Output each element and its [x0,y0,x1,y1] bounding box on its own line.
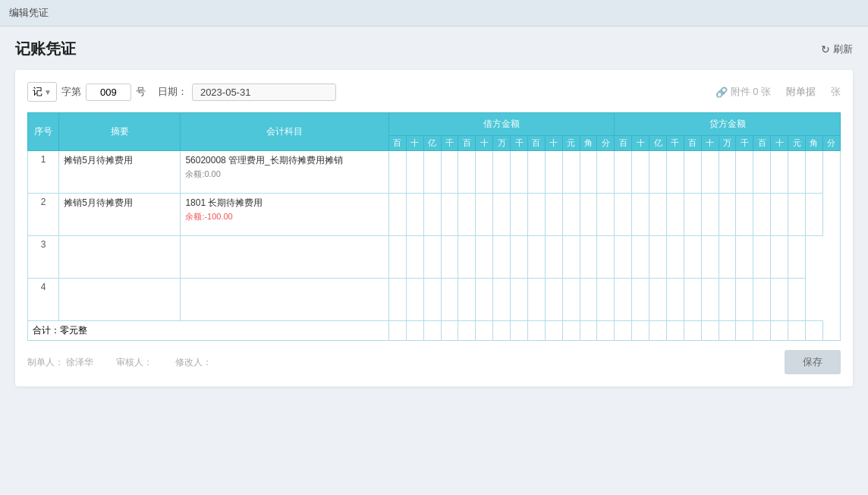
window-title: 编辑凭证 [9,7,49,18]
total-row: 合计：零元整 [28,321,841,341]
table-row: 3 [28,236,841,279]
fj-button[interactable]: 附单据 [786,85,816,99]
th-c-yi: 亿 [649,136,667,151]
th-d-shi1: 十 [476,136,493,151]
form-row: 记 ▼ 字第 号 日期： 🔗 附件 0 张 [27,82,841,102]
th-d-wan: 万 [493,136,511,151]
th-credit: 贷方金额 [615,113,841,136]
th-c-jiao: 角 [805,136,822,151]
row4-summary[interactable] [59,279,181,321]
refresh-button[interactable]: ↻ 刷新 [821,43,853,56]
th-c-bai: 百 [615,136,632,151]
th-d-jiao: 角 [580,136,597,151]
table-row: 1 摊销5月待摊费用 56020008 管理费用_长期待摊费用摊销 余额:0.0… [28,151,841,194]
save-button[interactable]: 保存 [785,350,841,374]
zi-label: 字第 [61,85,81,99]
th-seq: 序号 [28,113,59,151]
th-c-qian2: 千 [736,136,753,151]
row1-seq: 1 [28,151,59,194]
row4-account[interactable] [181,279,389,321]
voucher-table: 序号 摘要 会计科目 借方金额 贷方金额 [27,112,841,341]
row1-summary[interactable]: 摊销5月待摊费用 [59,151,181,194]
th-d-fen: 分 [597,136,615,151]
fj-label: 附单据 [786,86,816,97]
th-d-bai2: 百 [527,136,545,151]
page-title: 记账凭证 [15,39,76,59]
app-window: 编辑凭证 记账凭证 ↻ 刷新 记 ▼ 字第 号 [0,0,868,495]
page-header: 记账凭证 ↻ 刷新 [15,39,853,59]
row3-seq: 3 [28,236,59,279]
refresh-icon: ↻ [821,43,830,55]
th-d-shi2: 十 [545,136,562,151]
modifier-label: 修改人： [175,357,212,367]
th-summary: 摘要 [59,113,181,151]
th-c-shi1: 十 [701,136,719,151]
date-input[interactable] [192,84,336,101]
row3-account[interactable] [181,236,389,279]
zi-input[interactable] [86,84,131,101]
row4-seq: 4 [28,279,59,321]
row1-account[interactable]: 56020008 管理费用_长期待摊费用摊销 余额:0.00 [181,151,389,194]
footer-row: 制单人： 徐泽华 审核人： 修改人： 保存 [27,350,841,374]
table-row: 4 [28,279,841,321]
right-controls: 🔗 附件 0 张 附单据 张 [715,85,841,99]
row2-summary[interactable]: 摊销5月待摊费用 [59,194,181,236]
date-group: 日期： [158,84,336,101]
zhang-label: 张 [831,85,841,99]
row3-summary[interactable] [59,236,181,279]
th-debit: 借方金额 [388,113,614,136]
hao-label: 号 [136,85,146,99]
refresh-label: 刷新 [833,43,853,56]
th-d-bai1: 百 [458,136,476,151]
paperclip-icon: 🔗 [715,87,728,98]
date-label: 日期： [158,85,187,99]
th-d-bai: 百 [388,136,406,151]
main-area: 记账凭证 ↻ 刷新 记 ▼ 字第 号 日期： [0,27,868,495]
th-d-shi: 十 [406,136,423,151]
row2-account[interactable]: 1801 长期待摊费用 余额:-100.00 [181,194,389,236]
ji-value: 记 [33,85,42,99]
table-header-row-1: 序号 摘要 会计科目 借方金额 贷方金额 [28,113,841,136]
th-d-qian1: 千 [441,136,458,151]
attachment-label: 附件 0 张 [731,85,771,99]
creator-label: 制单人： [27,357,64,367]
th-d-yuan: 元 [562,136,580,151]
total-label: 合计：零元整 [28,321,389,341]
ji-select[interactable]: 记 ▼ [27,82,57,102]
th-c-bai1: 百 [684,136,701,151]
table-row: 2 摊销5月待摊费用 1801 长期待摊费用 余额:-100.00 [28,194,841,236]
th-c-fen: 分 [822,136,840,151]
creator-info: 制单人： 徐泽华 [27,356,93,369]
auditor-label: 审核人： [116,357,153,367]
attachment-link[interactable]: 🔗 附件 0 张 [715,85,771,99]
footer-info: 制单人： 徐泽华 审核人： 修改人： [27,356,212,369]
chevron-down-icon: ▼ [44,88,52,96]
row2-seq: 2 [28,194,59,236]
th-c-bai2: 百 [753,136,771,151]
th-c-wan: 万 [719,136,736,151]
title-bar: 编辑凭证 [0,0,868,27]
th-c-shi2: 十 [771,136,788,151]
ji-group: 记 ▼ 字第 号 [27,82,146,102]
th-c-yuan: 元 [788,136,806,151]
th-c-shi: 十 [632,136,649,151]
auditor-info: 审核人： [116,356,153,369]
modifier-info: 修改人： [175,356,212,369]
voucher-card: 记 ▼ 字第 号 日期： 🔗 附件 0 张 [15,70,853,386]
th-c-qian1: 千 [666,136,684,151]
creator-name: 徐泽华 [66,357,93,367]
th-d-yi: 亿 [423,136,441,151]
th-account: 会计科目 [181,113,389,151]
th-d-qian2: 千 [511,136,528,151]
